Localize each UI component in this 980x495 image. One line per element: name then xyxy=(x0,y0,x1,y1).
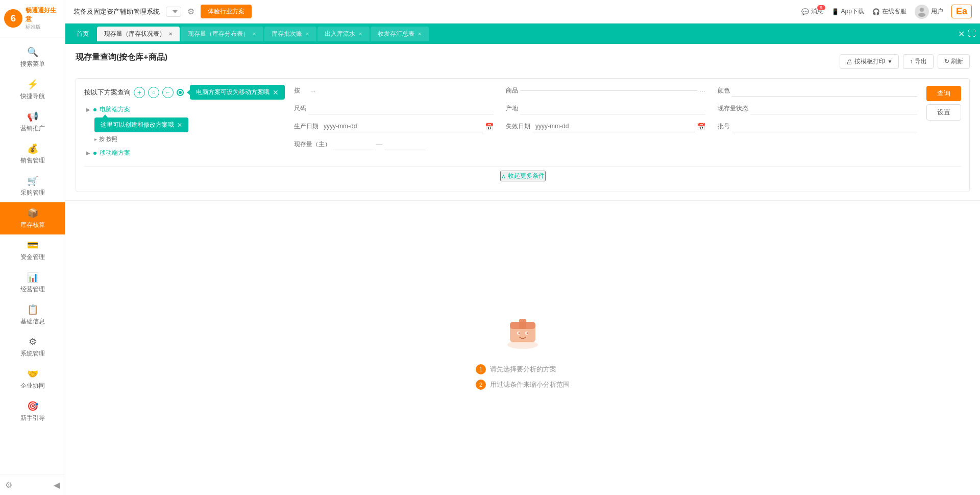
tab-close-in-out-flow[interactable]: ✕ xyxy=(358,31,362,37)
filter-area: 按以下方案查询 + ○ ← 电脑方案可设为移动方案哦 ✕ xyxy=(76,78,970,192)
quick-nav-icon: ⚡ xyxy=(27,79,38,90)
sidebar-item-marketing[interactable]: 📢 营销推广 xyxy=(0,106,65,138)
sidebar-item-enterprise[interactable]: 🤝 企业协同 xyxy=(0,363,65,395)
collapse-label: 收起更多条件 xyxy=(508,172,545,180)
scheme-mobile-node[interactable]: ▶ 移动端方案 xyxy=(86,147,285,159)
tab-inventory-dist[interactable]: 现存量（库存分布表） ✕ xyxy=(181,27,263,41)
sidebar-item-basic-info[interactable]: 📋 基础信息 xyxy=(0,299,65,331)
production-date-input[interactable] xyxy=(321,121,483,132)
system-select[interactable] xyxy=(166,7,181,17)
user-initial-btn[interactable]: Ea xyxy=(951,5,972,18)
step-2-num: 2 xyxy=(476,380,486,390)
dots1[interactable]: ··· xyxy=(310,87,315,95)
logo-icon: 6 xyxy=(4,9,22,28)
sidebar-item-quick-nav[interactable]: ⚡ 快捷导航 xyxy=(0,74,65,106)
add-scheme-btn[interactable]: + xyxy=(134,87,145,98)
tooltip1-close-btn[interactable]: ✕ xyxy=(273,88,279,97)
logo-text: 畅通通好生意 标准版 xyxy=(26,6,61,31)
page-title: 现存量查询(按仓库+商品) xyxy=(76,52,167,63)
user-menu-btn[interactable]: 用户 xyxy=(915,5,943,19)
warehouse-label: 按 xyxy=(294,86,308,95)
tab-receive-send[interactable]: 收发存汇总表 ✕ xyxy=(371,27,429,41)
color-select[interactable] xyxy=(732,85,917,97)
logo-area: 6 畅通通好生意 标准版 xyxy=(0,0,65,37)
tab-inventory-status[interactable]: 现存量（库存状况表） ✕ xyxy=(97,27,180,41)
goods-dots[interactable]: ··· xyxy=(699,87,705,95)
tab-batch-account[interactable]: 库存批次账 ✕ xyxy=(264,27,316,41)
stock-max-input[interactable] xyxy=(384,138,425,150)
tab-close-batch-account[interactable]: ✕ xyxy=(305,31,309,37)
expiry-date-calendar-icon[interactable]: 📅 xyxy=(697,123,705,131)
mobile-scheme-dot xyxy=(93,152,96,155)
tab-close-inventory-status[interactable]: ✕ xyxy=(168,31,173,37)
filter-row-stock-main: 现存量（主） — xyxy=(294,138,494,150)
nav-menu: 🔍 搜索菜单 ⚡ 快捷导航 📢 营销推广 💰 销售管理 🛒 采购管理 📦 库存核… xyxy=(0,37,65,475)
industry-btn[interactable]: 体验行业方案 xyxy=(201,5,252,18)
sidebar-item-guide[interactable]: 🎯 新手引导 xyxy=(0,395,65,428)
batch-label: 批号 xyxy=(718,122,730,131)
collapse-btn[interactable]: ∧ 收起更多条件 xyxy=(500,171,546,181)
tab-close-all-btn[interactable]: ✕ xyxy=(958,29,965,39)
filter-row-color: 颜色 xyxy=(718,85,917,97)
notification-btn[interactable]: 💬 消息 9 xyxy=(801,7,823,16)
sidebar-item-purchase[interactable]: 🛒 采购管理 xyxy=(0,170,65,202)
tab-home[interactable]: 首页 xyxy=(69,27,96,41)
size-select[interactable] xyxy=(308,103,494,114)
finance-icon: 💳 xyxy=(27,240,38,251)
tab-fullscreen-btn[interactable]: ⛶ xyxy=(968,29,976,39)
filter-row-expiry-date: 失效日期 📅 xyxy=(506,121,705,132)
edit-scheme-btn[interactable]: ○ xyxy=(148,87,159,98)
sidebar-item-system[interactable]: ⚙ 系统管理 xyxy=(0,331,65,363)
print-label: 按模板打印 xyxy=(854,57,885,66)
print-btn[interactable]: 🖨 按模板打印 ▼ xyxy=(840,54,899,69)
filter-row-goods: 商品 ··· xyxy=(506,85,705,97)
sidebar-item-label: 企业协同 xyxy=(20,382,45,390)
scheme-computer-node[interactable]: ▶ 电脑端方案 xyxy=(86,104,285,115)
top-header: 装备及固定资产辅助管理系统 ⚙ 体验行业方案 💬 消息 9 📱 App下载 🎧 … xyxy=(65,0,980,23)
tab-in-out-flow[interactable]: 出入库流水 ✕ xyxy=(317,27,370,41)
page-content: 现存量查询(按仓库+商品) 🖨 按模板打印 ▼ ↑ 导出 ↻ 刷新 xyxy=(65,44,980,495)
back-scheme-btn[interactable]: ← xyxy=(162,87,174,98)
filter-label: 按以下方案查询 xyxy=(84,88,131,97)
settings-btn[interactable]: ⚙ xyxy=(5,480,12,490)
origin-select[interactable] xyxy=(520,103,705,114)
search-menu-icon: 🔍 xyxy=(27,46,38,58)
sidebar-item-label: 采购管理 xyxy=(20,188,45,197)
tab-close-inventory-dist[interactable]: ✕ xyxy=(252,31,256,37)
production-date-calendar-icon[interactable]: 📅 xyxy=(485,123,494,131)
printer-icon: 🖨 xyxy=(846,58,852,65)
refresh-btn[interactable]: ↻ 刷新 xyxy=(938,54,970,69)
expiry-date-input[interactable] xyxy=(532,121,695,132)
filter-row-stock-status: 现存量状态 xyxy=(718,103,917,114)
sidebar-item-search-menu[interactable]: 🔍 搜索菜单 xyxy=(0,41,65,74)
batch-input[interactable] xyxy=(732,121,917,132)
stock-min-input[interactable] xyxy=(333,138,374,150)
sidebar-item-operations[interactable]: 📊 经营管理 xyxy=(0,267,65,299)
sidebar-item-label: 销售管理 xyxy=(20,156,45,165)
svg-rect-5 xyxy=(519,319,526,329)
settings-gear-btn[interactable]: ⚙ xyxy=(187,7,194,16)
basic-info-icon: 📋 xyxy=(27,304,38,315)
collapse-row: ∧ 收起更多条件 xyxy=(84,166,961,185)
app-download-btn[interactable]: 📱 App下载 xyxy=(831,7,864,16)
refresh-icon: ↻ xyxy=(944,58,949,65)
enterprise-icon: 🤝 xyxy=(27,368,38,380)
online-support-btn[interactable]: 🎧 在线客服 xyxy=(872,7,906,16)
sub-label: ▸按 按照 xyxy=(94,134,285,144)
tab-close-receive-send[interactable]: ✕ xyxy=(418,31,422,37)
tab-batch-account-label: 库存批次账 xyxy=(272,30,302,38)
sidebar-item-sales[interactable]: 💰 销售管理 xyxy=(0,138,65,170)
reset-btn[interactable]: 设置 xyxy=(926,104,961,121)
tooltip2-close-btn[interactable]: ✕ xyxy=(177,122,182,129)
collapse-sidebar-btn[interactable]: ◀ xyxy=(54,480,60,490)
marketing-icon: 📢 xyxy=(27,111,38,122)
highlight-dot xyxy=(178,90,183,95)
tab-inventory-dist-label: 现存量（库存分布表） xyxy=(188,30,249,38)
sidebar-item-inventory[interactable]: 📦 库存核算 xyxy=(0,202,65,234)
stock-status-select[interactable] xyxy=(750,103,917,114)
sidebar-item-finance[interactable]: 💳 资金管理 xyxy=(0,234,65,267)
computer-scheme-label: 电脑端方案 xyxy=(100,105,130,114)
tab-bar: 首页 现存量（库存状况表） ✕ 现存量（库存分布表） ✕ 库存批次账 ✕ 出入库… xyxy=(65,23,980,44)
export-btn[interactable]: ↑ 导出 xyxy=(903,54,933,69)
search-btn[interactable]: 查询 xyxy=(926,86,961,101)
